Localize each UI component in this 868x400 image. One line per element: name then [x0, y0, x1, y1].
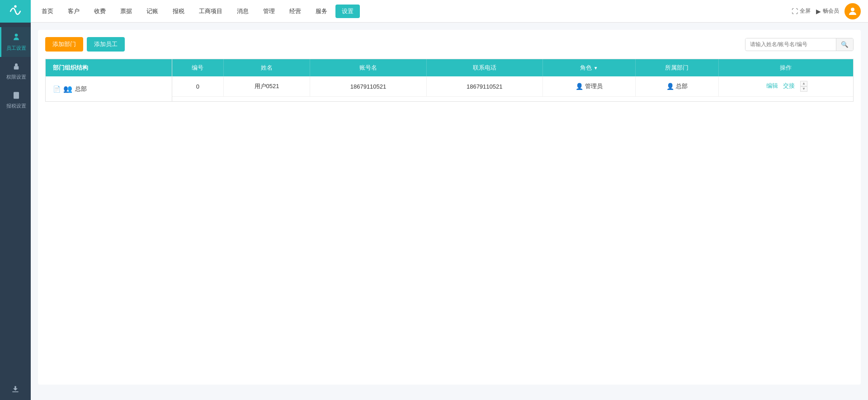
svg-rect-7 — [14, 96, 17, 97]
svg-rect-3 — [14, 66, 19, 70]
nav-item-accounting[interactable]: 记账 — [140, 5, 165, 18]
user-avatar[interactable] — [844, 3, 861, 19]
member-button[interactable]: ▶ 畅会员 — [816, 7, 839, 15]
sidebar-item-tax-label: 报税设置 — [6, 103, 26, 109]
nav-item-operation[interactable]: 经营 — [283, 5, 307, 18]
svg-point-0 — [14, 5, 16, 7]
svg-rect-8 — [12, 391, 18, 392]
tree-panel: 部门组织结构 📄 👥 总部 — [45, 59, 172, 102]
member-icon: ▶ — [816, 8, 821, 15]
cell-name: 用户0521 — [223, 76, 310, 97]
cell-id: 0 — [172, 76, 223, 97]
person-icon — [12, 33, 21, 43]
filter-icon: ▼ — [594, 66, 598, 71]
svg-point-1 — [851, 8, 854, 11]
top-right-actions: ⛶ 全屏 ▶ 畅会员 — [792, 3, 868, 19]
sidebar-download[interactable] — [11, 385, 20, 395]
col-name: 姓名 — [223, 59, 310, 76]
employee-table: 编号 姓名 账号名 联系电话 角色 ▼ 所属部门 操作 — [172, 59, 854, 102]
sidebar-item-employee-label: 员工设置 — [6, 45, 26, 52]
sidebar-item-permissions-label: 权限设置 — [6, 74, 26, 80]
nav-item-tax[interactable]: 报税 — [166, 5, 191, 18]
toolbar: 添加部门 添加员工 🔍 — [45, 37, 854, 52]
add-employee-button[interactable]: 添加员工 — [87, 37, 125, 52]
sidebar-item-permissions[interactable]: 权限设置 — [0, 57, 31, 86]
svg-point-2 — [14, 34, 18, 37]
cell-dept: 👤 总部 — [636, 76, 719, 97]
nav-item-invoice[interactable]: 票据 — [114, 5, 138, 18]
search-input[interactable] — [745, 38, 836, 50]
main-layout: 员工设置 权限设置 报税设置 — [0, 23, 868, 400]
tree-body: 📄 👥 总部 — [46, 76, 172, 101]
file-icon: 📄 — [53, 85, 61, 93]
sidebar-item-employee[interactable]: 员工设置 — [0, 27, 31, 57]
role-user-icon: 👤 — [576, 83, 583, 90]
search-button[interactable]: 🔍 — [836, 38, 853, 51]
cell-phone: 18679110521 — [426, 76, 542, 97]
scroll-up-btn[interactable]: ▲ — [800, 81, 807, 86]
table-body: 0 用户0521 18679110521 18679110521 👤 管理员 — [172, 76, 853, 97]
nav-item-manage[interactable]: 管理 — [257, 5, 281, 18]
nav-item-home[interactable]: 首页 — [35, 5, 60, 18]
tree-header: 部门组织结构 — [46, 59, 172, 76]
sidebar-item-tax-settings[interactable]: 报税设置 — [0, 86, 31, 115]
fullscreen-icon: ⛶ — [792, 8, 798, 15]
svg-rect-5 — [14, 94, 18, 94]
dept-user-icon: 👤 — [666, 83, 674, 90]
col-id: 编号 — [172, 59, 223, 76]
dept-badge: 👤 总部 — [666, 82, 688, 90]
nav-item-service[interactable]: 服务 — [309, 5, 334, 18]
col-account: 账号名 — [310, 59, 426, 76]
nav-menu: 首页 客户 收费 票据 记账 报税 工商项目 消息 管理 经营 服务 设置 — [31, 5, 792, 18]
sidebar: 员工设置 权限设置 报税设置 — [0, 23, 31, 400]
svg-rect-6 — [14, 95, 18, 95]
content-area: 添加部门 添加员工 🔍 部门组织结构 📄 👥 — [38, 30, 861, 385]
transfer-link[interactable]: 交接 — [783, 82, 795, 89]
logo — [0, 0, 31, 23]
scroll-down-btn[interactable]: ▼ — [800, 86, 807, 92]
nav-item-client[interactable]: 客户 — [61, 5, 86, 18]
lock-icon — [12, 62, 20, 72]
nav-item-message[interactable]: 消息 — [231, 5, 255, 18]
tree-node-label: 总部 — [75, 85, 87, 93]
edit-link[interactable]: 编辑 — [766, 82, 778, 89]
col-dept: 所属部门 — [636, 59, 719, 76]
report-icon — [12, 91, 20, 101]
search-icon: 🔍 — [841, 41, 849, 48]
cell-actions: 编辑 交接 ▲ ▼ — [718, 76, 853, 97]
col-phone: 联系电话 — [426, 59, 542, 76]
search-bar: 🔍 — [745, 38, 854, 51]
employee-data-table: 编号 姓名 账号名 联系电话 角色 ▼ 所属部门 操作 — [172, 59, 853, 97]
role-badge: 👤 管理员 — [576, 82, 603, 90]
table-header: 编号 姓名 账号名 联系电话 角色 ▼ 所属部门 操作 — [172, 59, 853, 76]
tree-node-root[interactable]: 📄 👥 总部 — [46, 81, 172, 97]
table-row: 0 用户0521 18679110521 18679110521 👤 管理员 — [172, 76, 853, 97]
scroll-buttons: ▲ ▼ — [800, 81, 807, 92]
download-icon — [11, 385, 20, 395]
add-dept-button[interactable]: 添加部门 — [45, 37, 83, 52]
main-content: 添加部门 添加员工 🔍 部门组织结构 📄 👥 — [31, 23, 868, 400]
table-layout: 部门组织结构 📄 👥 总部 编号 — [45, 59, 854, 102]
cell-account: 18679110521 — [310, 76, 426, 97]
nav-item-settings[interactable]: 设置 — [335, 5, 360, 18]
nav-item-business[interactable]: 工商项目 — [193, 5, 229, 18]
top-navigation: 首页 客户 收费 票据 记账 报税 工商项目 消息 管理 经营 服务 设置 ⛶ … — [0, 0, 868, 23]
group-icon: 👥 — [63, 85, 72, 93]
cell-role: 👤 管理员 — [542, 76, 635, 97]
col-actions: 操作 — [718, 59, 853, 76]
nav-item-fee[interactable]: 收费 — [88, 5, 112, 18]
col-role[interactable]: 角色 ▼ — [542, 59, 635, 76]
fullscreen-button[interactable]: ⛶ 全屏 — [792, 7, 811, 15]
